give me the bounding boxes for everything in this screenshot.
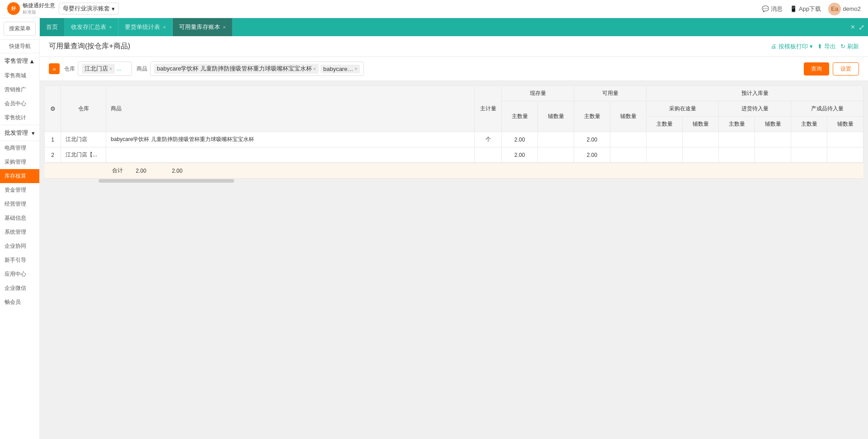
footer-label: 合计 — [49, 167, 123, 175]
username: demo2 — [843, 5, 861, 12]
sidebar-item-marketing[interactable]: 营销推广 — [0, 83, 39, 97]
th-product: 商品 — [106, 86, 475, 132]
app-edition: 标准版 — [23, 9, 55, 15]
sidebar-item-finance[interactable]: 资金管理 — [0, 183, 39, 197]
table-scroll-bar[interactable] — [44, 178, 863, 183]
cell-stock-main: 2.00 — [502, 147, 538, 163]
sidebar-item-app-center[interactable]: 应用中心 — [0, 267, 39, 281]
sidebar-item-retail-mgmt[interactable]: 零售管理 ▲ — [0, 53, 39, 69]
th-avail-aux: 辅数量 — [610, 101, 646, 132]
sidebar-section-retail: 零售管理 ▲ 零售商城 营销推广 会员中心 零售统计 — [0, 53, 39, 125]
sidebar-item-basic[interactable]: 基础信息 — [0, 211, 39, 225]
user-profile[interactable]: Ea demo2 — [828, 3, 861, 15]
cell-purchase-aux — [683, 147, 719, 163]
sidebar-item-wholesale-mgmt[interactable]: 批发管理 ▾ — [0, 125, 39, 141]
sidebar-item-ops[interactable]: 经营管理 — [0, 197, 39, 211]
cell-products-main — [791, 132, 827, 147]
tab-home[interactable]: 首页 — [40, 18, 65, 36]
th-gear[interactable]: ⚙ — [45, 86, 61, 132]
industry-selector[interactable]: 母婴行业演示账套 ▾ — [59, 3, 119, 14]
export-btn[interactable]: ⬆ 导出 — [817, 42, 836, 51]
cell-products-aux — [827, 132, 863, 147]
product-tag-1-close[interactable]: × — [313, 66, 316, 71]
sidebar-item-newbie[interactable]: 新手引导 — [0, 253, 39, 267]
th-planned-inbound: 预计入库量 — [646, 86, 863, 101]
search-menu-btn[interactable]: 搜索菜单 — [4, 22, 36, 36]
tab-receive[interactable]: 收发存汇总表 × — [65, 18, 118, 36]
sidebar-item-system[interactable]: 系统管理 — [0, 225, 39, 239]
print-label: 按模板打印 — [778, 42, 808, 51]
page-inner: 可用量查询(按仓库+商品) 🖨 按模板打印 ▾ ⬆ 导出 ↻ — [40, 36, 868, 439]
quick-nav-btn[interactable]: 快捷导航 — [0, 40, 39, 53]
th-incoming-aux: 辅数量 — [755, 117, 791, 132]
settings-btn[interactable]: 设置 — [833, 62, 859, 76]
avatar: Ea — [828, 3, 841, 15]
table-footer: 合计 2.00 2.00 — [44, 163, 863, 178]
th-purchase-aux: 辅数量 — [683, 117, 719, 132]
export-icon: ⬆ — [817, 43, 822, 50]
expand-filter-btn[interactable]: » — [49, 63, 60, 74]
product-tag-2: babycare… × — [321, 65, 360, 73]
warehouse-input[interactable]: 江北门店 × ... — [78, 61, 132, 76]
sidebar-item-purchase[interactable]: 采购管理 — [0, 155, 39, 169]
sidebar-search: 搜索菜单 — [0, 18, 39, 40]
cell-warehouse: 江北门店 — [61, 132, 106, 147]
table-row: 2 江北门店【... 2.00 2.00 — [45, 147, 863, 163]
table-row: 1 江北门店 babycare学饮杯 儿童防摔防撞吸管杯重力球吸嘴杯宝宝水杯 个… — [45, 132, 863, 147]
print-btn[interactable]: 🖨 按模板打印 ▾ — [771, 42, 813, 51]
sidebar-item-vip[interactable]: 畅会员 — [0, 295, 39, 309]
th-warehouse: 仓库 — [61, 86, 106, 132]
sidebar-item-inventory-check[interactable]: 库存核算 — [0, 169, 39, 183]
query-btn[interactable]: 查询 — [804, 62, 829, 76]
app-download-label: App下载 — [799, 5, 821, 13]
tab-order-close[interactable]: × — [163, 24, 165, 30]
app-download-btn[interactable]: 📱 App下载 — [790, 5, 821, 13]
sidebar-item-retail-stat[interactable]: 零售统计 — [0, 111, 39, 125]
refresh-btn[interactable]: ↻ 刷新 — [840, 42, 859, 51]
cell-warehouse: 江北门店【... — [61, 147, 106, 163]
sidebar-item-retail-mall[interactable]: 零售商城 — [0, 69, 39, 83]
sidebar-item-enterprise[interactable]: 企业协同 — [0, 239, 39, 253]
sidebar-item-ecommerce[interactable]: 电商管理 — [0, 141, 39, 155]
sidebar-item-member[interactable]: 会员中心 — [0, 97, 39, 111]
message-btn[interactable]: 💬 消息 — [762, 5, 783, 13]
industry-label: 母婴行业演示账套 — [63, 5, 110, 13]
tab-receive-close[interactable]: × — [109, 24, 112, 30]
filter-actions: 查询 设置 — [804, 62, 859, 76]
cell-products-main — [791, 147, 827, 163]
tab-receive-label: 收发存汇总表 — [71, 23, 106, 31]
footer-stock-main: 2.00 — [123, 168, 159, 174]
page-title: 可用量查询(按仓库+商品) — [49, 42, 130, 51]
th-stock-main: 主数量 — [502, 101, 538, 132]
table-scroll-thumb[interactable] — [99, 179, 234, 183]
product-tag-2-close[interactable]: × — [354, 66, 357, 71]
cell-purchase-aux — [683, 132, 719, 147]
warehouse-tag-close[interactable]: × — [109, 66, 112, 71]
warehouse-more[interactable]: ... — [117, 66, 121, 72]
cell-avail-main: 2.00 — [574, 132, 610, 147]
product-input[interactable]: babycare学饮杯 儿童防摔防撞吸管杯重力球吸嘴杯宝宝水杯 × babyca… — [150, 61, 364, 76]
th-stock-aux: 辅数量 — [538, 101, 574, 132]
tab-inventory-close[interactable]: × — [223, 24, 226, 30]
cell-stock-main: 2.00 — [502, 132, 538, 147]
sidebar-item-enterprise-wechat[interactable]: 企业微信 — [0, 281, 39, 295]
tab-order[interactable]: 要货单统计表 × — [118, 18, 172, 36]
warehouse-tag: 江北门店 × — [82, 64, 115, 74]
cell-index: 2 — [45, 147, 61, 163]
chevron-down-icon: ▾ — [112, 5, 115, 12]
th-products-main: 主数量 — [791, 117, 827, 132]
tab-inventory-label: 可用量库存账本 — [179, 23, 220, 31]
th-purchase-main: 主数量 — [646, 117, 683, 132]
cell-incoming-aux — [755, 132, 791, 147]
tab-order-label: 要货单统计表 — [125, 23, 160, 31]
tab-inventory[interactable]: 可用量库存账本 × — [173, 18, 232, 36]
page-header: 可用量查询(按仓库+商品) 🖨 按模板打印 ▾ ⬆ 导出 ↻ — [40, 36, 868, 57]
page-header-actions: 🖨 按模板打印 ▾ ⬆ 导出 ↻ 刷新 — [771, 42, 859, 51]
table-section: ⚙ 仓库 商品 主计量 现存量 可用量 预计入库量 主数量 — [44, 85, 863, 183]
tab-bar: 首页 收发存汇总表 × 要货单统计表 × 可用量库存账本 × × ⤢ — [40, 18, 868, 36]
cell-purchase-main — [646, 147, 683, 163]
tab-close-all-btn[interactable]: × — [851, 23, 855, 31]
tab-fullscreen-btn[interactable]: ⤢ — [859, 23, 864, 32]
cell-stock-aux — [538, 132, 574, 147]
product-label: 商品 — [137, 65, 147, 73]
